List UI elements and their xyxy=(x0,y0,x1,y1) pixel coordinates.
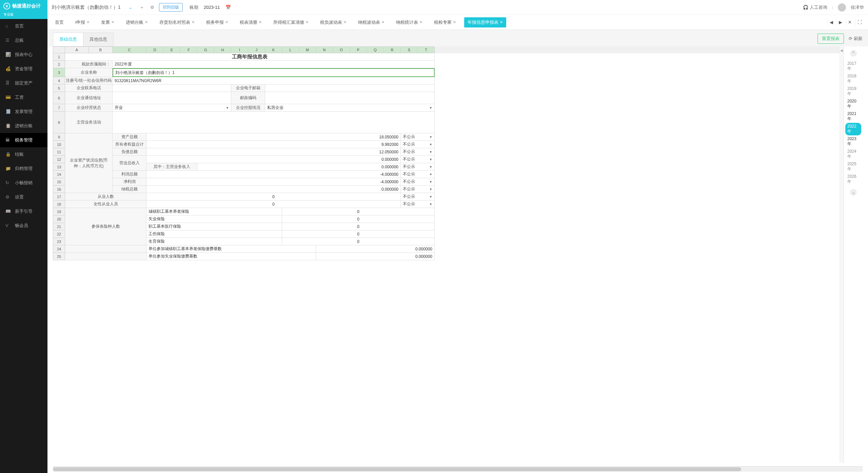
ins-row-value[interactable]: 0 xyxy=(282,208,435,215)
publish-dropdown[interactable]: 不公示 xyxy=(401,186,435,193)
row-header[interactable]: 15 xyxy=(53,178,65,186)
close-icon[interactable]: ✕ xyxy=(305,20,309,24)
col-header[interactable]: K xyxy=(265,46,282,53)
year-down-icon[interactable]: ⌄ xyxy=(850,189,857,196)
year-item[interactable]: 2023年 xyxy=(845,135,861,148)
col-header[interactable]: Q xyxy=(367,46,384,53)
publish-dropdown[interactable]: 不公示 xyxy=(401,201,435,208)
fin-sub-value[interactable]: 0.000000 xyxy=(197,163,401,171)
fullscreen-icon[interactable]: ⛶ xyxy=(855,18,864,26)
publish-dropdown[interactable]: 不公示 xyxy=(401,193,435,201)
row-header[interactable]: 24 xyxy=(53,245,65,253)
sidebar-item-reimburse[interactable]: ↻小畅报销 xyxy=(0,176,47,190)
reset-report-button[interactable]: 重置报表 xyxy=(817,34,844,44)
sidebar-item-ledger[interactable]: ☰总账 xyxy=(0,33,47,48)
reg-value-cell[interactable]: 91320811MA7NGR2W6R xyxy=(113,77,435,84)
select-all-cell[interactable] xyxy=(53,46,65,53)
close-icon[interactable]: ✕ xyxy=(343,20,347,24)
sidebar-item-settings[interactable]: ⚙设置 xyxy=(0,190,47,204)
tabs-close-all-icon[interactable]: ✕ xyxy=(846,18,854,26)
tab[interactable]: i申报✕ xyxy=(72,17,93,27)
holding-dropdown[interactable]: 私营企业 xyxy=(265,104,435,112)
publish-dropdown[interactable]: 不公示 xyxy=(401,133,435,141)
horizontal-scrollbar[interactable] xyxy=(53,466,863,472)
tab[interactable]: 存货别名对照表✕ xyxy=(156,17,198,27)
calendar-icon[interactable]: 📅 xyxy=(225,5,231,10)
ins-row-value[interactable]: 0 xyxy=(282,223,435,230)
close-icon[interactable]: ✕ xyxy=(259,20,262,24)
publish-dropdown[interactable]: 不公示 xyxy=(401,171,435,178)
tab[interactable]: 年报信息申报表✕ xyxy=(464,17,506,27)
close-icon[interactable]: ✕ xyxy=(381,20,384,24)
sidebar-item-invoice[interactable]: 🧾发票管理 xyxy=(0,105,47,119)
ins-row-value[interactable]: 0 xyxy=(282,215,435,223)
col-header[interactable]: N xyxy=(316,46,333,53)
add-icon[interactable]: ＋ xyxy=(138,3,145,12)
col-header[interactable]: R xyxy=(384,46,401,53)
row-header[interactable]: 21 xyxy=(53,223,65,230)
row-header[interactable]: 11 xyxy=(53,148,65,156)
close-icon[interactable]: ✕ xyxy=(225,20,228,24)
publish-dropdown[interactable]: 不公示 xyxy=(401,156,435,163)
gear-icon[interactable]: ⚙ xyxy=(149,3,156,11)
close-icon[interactable]: ✕ xyxy=(192,20,195,24)
row-header[interactable]: 2 xyxy=(53,61,65,68)
row-header[interactable]: 10 xyxy=(53,141,65,148)
year-item[interactable]: 2018年 xyxy=(845,73,861,85)
row-header[interactable]: 19 xyxy=(53,208,65,215)
sidebar-item-tax[interactable]: 🏛税务管理 xyxy=(0,133,47,147)
ins-row-value[interactable]: 0 xyxy=(282,230,435,238)
close-icon[interactable]: ✕ xyxy=(419,20,422,24)
refresh-button[interactable]: ⟳ 刷新 xyxy=(849,36,863,42)
email-value-cell[interactable] xyxy=(265,84,435,92)
row-header[interactable]: 6 xyxy=(53,92,65,104)
addr-value-cell[interactable] xyxy=(113,92,231,104)
chevron-down-icon[interactable]: ⌄ xyxy=(129,5,132,10)
year-item[interactable]: 2020年 xyxy=(845,98,861,110)
sidebar-item-guide[interactable]: 📖新手引导 xyxy=(0,204,47,219)
old-version-button[interactable]: 切到旧版 xyxy=(159,3,183,12)
col-header[interactable]: L xyxy=(282,46,299,53)
publish-dropdown[interactable]: 不公示 xyxy=(401,141,435,148)
row-header[interactable]: 5 xyxy=(53,84,65,92)
fin-row-value[interactable]: 18.050000 xyxy=(146,133,401,141)
tab[interactable]: 税检专家✕ xyxy=(431,17,459,27)
close-icon[interactable]: ✕ xyxy=(86,20,90,24)
fem-value-cell[interactable]: 0 xyxy=(146,201,401,208)
row-header[interactable]: 23 xyxy=(53,238,65,245)
year-item[interactable]: 2019年 xyxy=(845,85,861,98)
row-header[interactable]: 1 xyxy=(53,53,65,61)
fin-row-value[interactable]: 0.000000 xyxy=(146,186,401,193)
col-header[interactable]: J xyxy=(248,46,265,53)
year-item[interactable]: 2025年 xyxy=(845,160,861,173)
subtab[interactable]: 其他信息 xyxy=(83,33,114,46)
row-header[interactable]: 12 xyxy=(53,156,65,163)
emp-value-cell[interactable]: 0 xyxy=(146,193,401,201)
sidebar-item-report[interactable]: 📊报表中心 xyxy=(0,48,47,62)
tabs-next-icon[interactable]: ▶ xyxy=(836,18,844,26)
row-header[interactable]: 3 xyxy=(53,68,65,77)
col-header[interactable]: T xyxy=(418,46,435,53)
tab[interactable]: 税负波动表✕ xyxy=(317,17,350,27)
close-icon[interactable]: ✕ xyxy=(145,20,148,24)
col-header[interactable]: P xyxy=(350,46,367,53)
company-value-cell[interactable]: 刘小艳演示账套（勿删勿动！）1 xyxy=(113,68,435,77)
year-item[interactable]: 2021年 xyxy=(845,110,861,123)
service-link[interactable]: 🎧 人工咨询 xyxy=(803,4,827,11)
close-icon[interactable]: ✕ xyxy=(500,20,503,24)
base-row-value[interactable]: 0.000000 xyxy=(316,253,435,260)
col-header[interactable]: G xyxy=(197,46,214,53)
row-header[interactable]: 22 xyxy=(53,230,65,238)
row-header[interactable]: 18 xyxy=(53,201,65,208)
tab[interactable]: 所得税汇算清缴✕ xyxy=(270,17,312,27)
sidebar-item-close[interactable]: 🔒结账 xyxy=(0,147,47,162)
row-header[interactable]: 13 xyxy=(53,163,65,171)
status-dropdown[interactable]: 开业 xyxy=(113,104,231,112)
tabs-prev-icon[interactable]: ◀ xyxy=(827,18,835,26)
tab[interactable]: 税务申报✕ xyxy=(203,17,232,27)
col-header[interactable]: I xyxy=(231,46,248,53)
col-header[interactable]: C xyxy=(113,46,146,53)
sidebar-item-fund[interactable]: 💰资金管理 xyxy=(0,62,47,76)
fin-row-value[interactable]: -4.000000 xyxy=(146,178,401,186)
col-header[interactable]: E xyxy=(163,46,180,53)
